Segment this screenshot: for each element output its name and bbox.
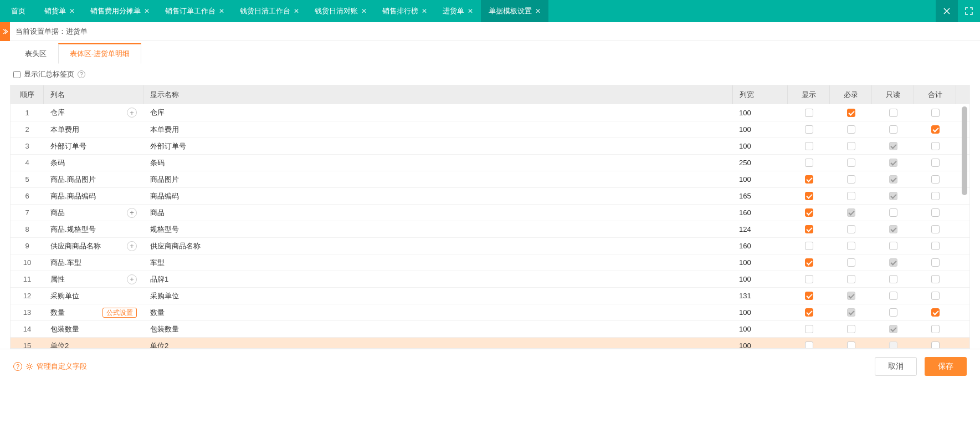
table-row[interactable]: 10商品.车型车型100 — [11, 254, 969, 271]
checkbox[interactable] — [805, 292, 813, 300]
checkbox[interactable] — [931, 292, 940, 300]
checkbox[interactable] — [931, 208, 940, 217]
checkbox[interactable] — [847, 258, 855, 267]
width-cell[interactable]: 160 — [732, 205, 788, 221]
subtab-body-area[interactable]: 表体区-进货单明细 — [58, 43, 141, 64]
checkbox[interactable] — [847, 192, 855, 200]
checkbox[interactable] — [805, 258, 813, 267]
close-icon[interactable]: ✕ — [468, 7, 473, 15]
width-cell[interactable]: 100 — [732, 271, 788, 287]
add-icon[interactable]: + — [127, 208, 137, 218]
table-row[interactable]: 6商品.商品编码商品编码165 — [11, 187, 969, 204]
top-tab[interactable]: 销售订单工作台✕ — [157, 0, 232, 22]
checkbox[interactable] — [931, 275, 940, 283]
display-name-cell[interactable]: 外部订单号 — [143, 138, 732, 154]
display-name-cell[interactable]: 单位2 — [143, 338, 732, 348]
close-icon[interactable]: ✕ — [144, 7, 150, 15]
checkbox[interactable] — [805, 275, 813, 283]
width-cell[interactable]: 100 — [732, 304, 788, 320]
top-tab[interactable]: 钱货日清对账✕ — [307, 0, 374, 22]
table-row[interactable]: 12采购单位采购单位131 — [11, 287, 969, 304]
top-tab[interactable]: 钱货日清工作台✕ — [232, 0, 307, 22]
width-cell[interactable]: 100 — [732, 171, 788, 187]
checkbox[interactable] — [931, 175, 940, 184]
checkbox[interactable] — [847, 142, 855, 150]
checkbox[interactable] — [931, 342, 940, 348]
display-name-cell[interactable]: 采购单位 — [143, 288, 732, 304]
display-name-cell[interactable]: 商品图片 — [143, 171, 732, 187]
add-icon[interactable]: + — [127, 108, 137, 118]
checkbox[interactable] — [931, 225, 940, 233]
width-cell[interactable]: 100 — [732, 104, 788, 121]
checkbox[interactable] — [889, 208, 897, 217]
width-cell[interactable]: 165 — [732, 188, 788, 204]
checkbox[interactable] — [847, 159, 855, 167]
table-row[interactable]: 4条码条码250 — [11, 154, 969, 171]
checkbox[interactable] — [847, 109, 855, 117]
checkbox[interactable] — [805, 308, 813, 317]
table-row[interactable]: 5商品.商品图片商品图片100 — [11, 171, 969, 187]
table-row[interactable]: 8商品.规格型号规格型号124 — [11, 221, 969, 237]
checkbox[interactable] — [889, 292, 897, 300]
top-tab[interactable]: 销货单✕ — [37, 0, 83, 22]
close-icon[interactable]: ✕ — [361, 7, 367, 15]
checkbox[interactable] — [889, 275, 897, 283]
display-name-cell[interactable]: 仓库 — [143, 104, 732, 121]
display-name-cell[interactable]: 品牌1 — [143, 271, 732, 287]
checkbox[interactable] — [847, 242, 855, 250]
width-cell[interactable]: 100 — [732, 121, 788, 137]
display-name-cell[interactable]: 供应商商品名称 — [143, 238, 732, 254]
close-icon[interactable]: ✕ — [422, 7, 427, 15]
checkbox[interactable] — [889, 242, 897, 250]
checkbox[interactable] — [931, 258, 940, 267]
width-cell[interactable]: 250 — [732, 155, 788, 171]
checkbox[interactable] — [805, 342, 813, 348]
display-name-cell[interactable]: 数量 — [143, 304, 732, 320]
show-summary-tab-checkbox[interactable] — [13, 71, 20, 78]
checkbox[interactable] — [805, 225, 813, 233]
table-row[interactable]: 14包装数量包装数量100 — [11, 320, 969, 337]
checkbox[interactable] — [847, 125, 855, 134]
width-cell[interactable]: 124 — [732, 221, 788, 237]
width-cell[interactable]: 100 — [732, 138, 788, 154]
add-icon[interactable]: + — [127, 241, 137, 251]
table-row[interactable]: 1仓库+仓库100 — [11, 104, 969, 121]
vertical-scrollbar[interactable] — [962, 106, 967, 195]
formula-settings-badge[interactable]: 公式设置 — [102, 308, 137, 318]
table-row[interactable]: 2本单费用本单费用100 — [11, 121, 969, 137]
width-cell[interactable]: 100 — [732, 321, 788, 337]
table-row[interactable]: 7商品+商品160 — [11, 204, 969, 221]
checkbox[interactable] — [931, 325, 940, 333]
top-tab[interactable]: 销售排行榜✕ — [374, 0, 435, 22]
cancel-button[interactable]: 取消 — [875, 357, 917, 376]
checkbox[interactable] — [847, 175, 855, 184]
display-name-cell[interactable]: 包装数量 — [143, 321, 732, 337]
add-icon[interactable]: + — [127, 274, 137, 284]
display-name-cell[interactable]: 规格型号 — [143, 221, 732, 237]
checkbox[interactable] — [931, 192, 940, 200]
checkbox[interactable] — [931, 109, 940, 117]
checkbox[interactable] — [847, 342, 855, 348]
checkbox[interactable] — [889, 125, 897, 134]
manage-custom-fields-link[interactable]: 管理自定义字段 — [37, 361, 87, 371]
display-name-cell[interactable]: 本单费用 — [143, 121, 732, 137]
table-row[interactable]: 13数量公式设置数量100 — [11, 304, 969, 320]
checkbox[interactable] — [931, 308, 940, 317]
checkbox[interactable] — [889, 308, 897, 317]
checkbox[interactable] — [805, 192, 813, 200]
save-button[interactable]: 保存 — [925, 357, 967, 376]
checkbox[interactable] — [889, 109, 897, 117]
checkbox[interactable] — [847, 325, 855, 333]
width-cell[interactable]: 100 — [732, 338, 788, 348]
help-icon[interactable]: ? — [13, 362, 22, 371]
checkbox[interactable] — [805, 242, 813, 250]
checkbox[interactable] — [805, 325, 813, 333]
close-icon[interactable]: ✕ — [219, 7, 224, 15]
display-name-cell[interactable]: 条码 — [143, 155, 732, 171]
checkbox[interactable] — [931, 159, 940, 167]
fullscreen-icon[interactable] — [958, 0, 980, 22]
width-cell[interactable]: 131 — [732, 288, 788, 304]
table-row[interactable]: 3外部订单号外部订单号100 — [11, 137, 969, 154]
close-icon[interactable]: ✕ — [69, 7, 75, 15]
top-tab[interactable]: 销售费用分摊单✕ — [83, 0, 157, 22]
